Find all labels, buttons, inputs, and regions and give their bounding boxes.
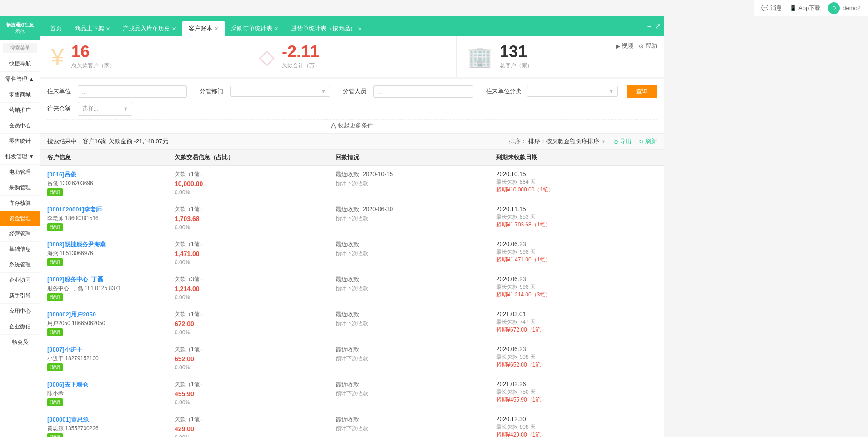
sidebar-item-retail-mgmt[interactable]: 零售管理 ▲ xyxy=(0,72,40,87)
filter-input-unit[interactable]: ... xyxy=(78,85,187,98)
customer-tag: 现销 xyxy=(47,188,63,196)
recovery-info: 最近收款 xyxy=(336,276,497,284)
chevron-down-icon-balance: ▼ xyxy=(123,106,128,111)
tab-close-product-history[interactable]: ✕ xyxy=(172,26,176,32)
due-date: 2020.12.30 xyxy=(496,416,657,422)
sort-selector[interactable]: 排序： 排序：按欠款金额倒序排序 ▼ xyxy=(509,137,606,146)
filter-select-dept[interactable]: ▼ xyxy=(230,86,330,97)
building-icon: 🏢 xyxy=(467,47,492,67)
overdue-link[interactable]: 超期¥672.00（1笔） xyxy=(496,326,657,334)
due-date: 2021.02.26 xyxy=(496,381,657,387)
tab-collapse-icon[interactable]: － xyxy=(646,22,653,31)
user-menu[interactable]: D demo2 xyxy=(828,2,861,14)
overdue-link[interactable]: 超期¥1,214.00（3笔） xyxy=(496,291,657,299)
app-download-btn[interactable]: 📱 App下载 xyxy=(789,4,821,12)
overdue-link[interactable]: 超期¥652.00（1笔） xyxy=(496,361,657,369)
video-help-btn[interactable]: ▶ 视频 xyxy=(616,42,633,50)
sidebar-item-basic-info[interactable]: 基础信息 xyxy=(0,242,40,257)
recovery-next: 预计下次收款 xyxy=(336,180,497,187)
tab-product-history[interactable]: 产成品入库单历史 ✕ xyxy=(116,21,182,36)
customer-name[interactable]: [0016]吕俊 xyxy=(47,171,175,179)
debt-amount[interactable]: 672.00 xyxy=(175,320,336,327)
tab-customer-account[interactable]: 客户账本 ✕ xyxy=(182,21,225,36)
collapse-more-btn[interactable]: ⋀ 收起更多条件 xyxy=(47,119,657,131)
sidebar-item-purchase[interactable]: 采购管理 xyxy=(0,180,40,196)
sidebar-item-system[interactable]: 系统管理 xyxy=(0,257,40,273)
sidebar-item-enterprise-collab[interactable]: 企业协同 xyxy=(0,273,40,288)
customer-tag: 现销 xyxy=(47,223,63,231)
debt-amount[interactable]: 10,000.00 xyxy=(175,180,336,187)
filter-input-person[interactable]: ... xyxy=(373,85,473,98)
debt-amount[interactable]: 1,471.00 xyxy=(175,250,336,257)
debt-amount[interactable]: 652.00 xyxy=(175,355,336,362)
customer-name[interactable]: [0002]服务中心_丁磊 xyxy=(47,276,175,284)
sidebar-item-quick-nav[interactable]: 快捷导航 xyxy=(0,56,40,72)
overdue-link[interactable]: 超期¥429.00（1笔） xyxy=(496,431,657,437)
due-date: 2021.03.01 xyxy=(496,311,657,317)
customer-name[interactable]: [000002]用户2050 xyxy=(47,311,175,319)
sidebar-search-btn[interactable]: 搜索菜单 xyxy=(0,40,40,56)
tab-close-purchase-stats[interactable]: ✕ xyxy=(274,26,278,32)
overdue-link[interactable]: 超期¥455.90（1笔） xyxy=(496,396,657,404)
overdue-link[interactable]: 超期¥10,000.00（1笔） xyxy=(496,186,657,194)
sidebar-item-operations[interactable]: 经营管理 xyxy=(0,226,40,242)
recovery-next: 预计下次收款 xyxy=(336,355,497,362)
customer-sub: 小进干 18279152100 xyxy=(47,355,175,362)
customer-name[interactable]: [0007]小进干 xyxy=(47,346,175,354)
query-button[interactable]: 查询 xyxy=(627,85,657,98)
table-row: [0003]畅捷服务尹海燕 海燕 18513066976 现销 欠款（1笔） 1… xyxy=(40,236,664,271)
tab-purchase-stats[interactable]: 采购订单统计表 ✕ xyxy=(225,21,285,36)
customer-name[interactable]: [0001020001]李老师 xyxy=(47,206,175,214)
customer-tag: 现销 xyxy=(47,363,63,371)
avatar: D xyxy=(828,2,840,14)
debt-count: 欠款（1笔） xyxy=(175,381,336,388)
debt-pct: 0.00% xyxy=(175,189,336,196)
refresh-btn[interactable]: ↻ 刷新 xyxy=(639,137,657,146)
debt-count: 欠款（1笔） xyxy=(175,241,336,248)
tab-close-purchase-stats2[interactable]: ✕ xyxy=(358,26,362,32)
sidebar-item-app-center[interactable]: 应用中心 xyxy=(0,304,40,319)
debt-count: 欠款（1笔） xyxy=(175,416,336,423)
sidebar-item-inventory[interactable]: 库存核算 xyxy=(0,196,40,211)
customer-name[interactable]: [000001]黄思源 xyxy=(47,416,175,424)
debt-amount[interactable]: 455.90 xyxy=(175,390,336,397)
recovery-info: 最近收款 xyxy=(336,346,497,354)
filter-label-balance: 往来余额 xyxy=(47,105,72,113)
overdue-days: 最长欠款 808 天 xyxy=(496,423,657,431)
sidebar-item-member[interactable]: 会员中心 xyxy=(0,118,40,134)
tab-purchase-stats2[interactable]: 进货单统计表（按商品） ✕ xyxy=(285,21,368,36)
help-icon: ⊙ xyxy=(639,43,644,50)
message-btn[interactable]: 💬 消息 xyxy=(761,4,782,12)
tab-close-product-shelf[interactable]: ✕ xyxy=(106,26,110,32)
stat-label-debit-amount: 欠款合计（万） xyxy=(282,62,320,70)
tab-expand-icon[interactable]: ⤢ xyxy=(655,22,661,31)
overdue-link[interactable]: 超期¥1,471.00（1笔） xyxy=(496,256,657,264)
export-btn[interactable]: ⊙ 导出 xyxy=(613,137,632,146)
sidebar-item-member-pro[interactable]: 畅会员 xyxy=(0,335,40,350)
sidebar-item-retail-mall[interactable]: 零售商城 xyxy=(0,87,40,103)
debt-amount[interactable]: 429.00 xyxy=(175,425,336,432)
tab-product-shelf[interactable]: 商品上下架 ✕ xyxy=(68,21,116,36)
filter-select-category[interactable]: ▼ xyxy=(527,86,618,97)
debt-amount[interactable]: 1,703.68 xyxy=(175,215,336,222)
sidebar-item-enterprise-wechat[interactable]: 企业微信 xyxy=(0,319,40,335)
filter-select-balance[interactable]: 选择... ▼ xyxy=(78,102,132,116)
sidebar-item-ecommerce[interactable]: 电商管理 xyxy=(0,165,40,180)
sidebar-item-marketing[interactable]: 营销推广 xyxy=(0,103,40,118)
sidebar-item-new-guide[interactable]: 新手引导 xyxy=(0,288,40,304)
table-row: [000002]用户2050 用户2050 18665062050 现销 欠款（… xyxy=(40,306,664,341)
debt-amount[interactable]: 1,214.00 xyxy=(175,285,336,292)
tab-close-customer-account[interactable]: ✕ xyxy=(214,26,218,32)
sidebar-item-finance[interactable]: 资金管理 xyxy=(0,211,40,226)
customer-name[interactable]: [0003]畅捷服务尹海燕 xyxy=(47,241,175,249)
tab-home[interactable]: 首页 xyxy=(44,21,68,36)
debt-pct: 0.00% xyxy=(175,329,336,336)
customer-name[interactable]: [0006]去下粮仓 xyxy=(47,381,175,389)
tab-bar: 首页 商品上下架 ✕ 产成品入库单历史 ✕ 客户账本 ✕ 采购订单统计表 ✕ 进… xyxy=(40,16,664,36)
sidebar-item-batch-mgmt[interactable]: 批发管理 ▼ xyxy=(0,149,40,165)
debt-pct: 0.00% xyxy=(175,259,336,266)
sort-label: 排序： xyxy=(509,137,527,146)
help-btn[interactable]: ⊙ 帮助 xyxy=(639,42,657,50)
sidebar-item-retail-stats[interactable]: 零售统计 xyxy=(0,134,40,149)
overdue-link[interactable]: 超期¥1,703.68（1笔） xyxy=(496,221,657,229)
